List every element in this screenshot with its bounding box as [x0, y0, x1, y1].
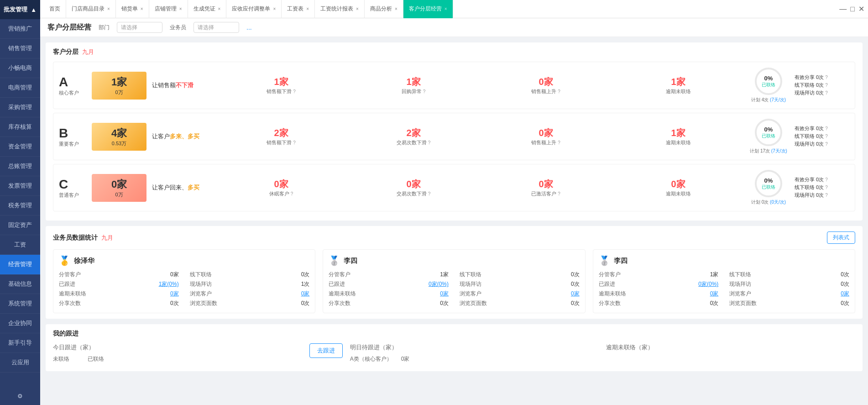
- extra-q-icon[interactable]: ?: [825, 193, 828, 198]
- question-icon[interactable]: ?: [293, 140, 296, 145]
- window-minimize-icon[interactable]: —: [839, 5, 847, 13]
- today-followup-label: 今日跟进（家）: [53, 343, 302, 352]
- sidebar-item-税务管理[interactable]: 税务管理: [0, 196, 40, 216]
- salesman-stat-left-2-2: 逾期未联络0家: [599, 290, 719, 298]
- sidebar-item-销售管理[interactable]: 销售管理: [0, 39, 40, 58]
- stat-num-B-3: 1家: [614, 127, 743, 139]
- followup-btn[interactable]: 去跟进: [309, 343, 343, 358]
- tab-商品分析[interactable]: 商品分析×: [365, 0, 403, 18]
- question-icon[interactable]: ?: [423, 89, 426, 94]
- salesman-stat-val-right-0-2[interactable]: 0家: [301, 290, 310, 298]
- salesman-stat-val-left-0-2[interactable]: 0家: [170, 290, 179, 298]
- extra-q-icon[interactable]: ?: [825, 90, 828, 95]
- salesman-stat-val-left-0-1[interactable]: 1家(0%): [159, 280, 179, 288]
- sidebar-item-资金管理[interactable]: 资金管理: [0, 137, 40, 157]
- contact-plan-C: 计划 0次 (0天/次): [748, 199, 789, 205]
- tab-工资统计报表[interactable]: 工资统计报表×: [315, 0, 365, 18]
- tier-slogan-A: 让销售额不下滑: [152, 81, 211, 89]
- dept-select[interactable]: 请选择: [117, 22, 162, 33]
- question-icon[interactable]: ?: [558, 89, 560, 94]
- question-icon[interactable]: ?: [558, 140, 560, 145]
- contact-days-B[interactable]: (7天/次): [771, 148, 787, 153]
- salesman-stat-val-left-1-1[interactable]: 0家(0%): [429, 280, 449, 288]
- tab-销货单[interactable]: 销货单×: [116, 0, 149, 18]
- salesman-stat-val-right-1-2[interactable]: 0家: [571, 290, 580, 298]
- tab-close-生成凭证[interactable]: ×: [218, 6, 221, 11]
- question-icon[interactable]: ?: [293, 89, 296, 94]
- salesman-stats-grid-1: 分管客户1家线下联络0次已跟进0家(0%)现场拜访0次逾期未联络0家浏览客户0家…: [329, 271, 579, 307]
- salesman-stat-right-1-2: 浏览客户0家: [460, 290, 580, 298]
- tab-close-工资表[interactable]: ×: [306, 6, 309, 11]
- tab-close-客户分层经营[interactable]: ×: [444, 6, 447, 11]
- salesman-stat-val-left-1-2[interactable]: 0家: [440, 290, 449, 298]
- tier-letter-C: C: [59, 177, 86, 192]
- extra-q-icon[interactable]: ?: [825, 75, 828, 80]
- tier-count-C: 0家0万: [92, 174, 146, 202]
- sidebar-item-固定资产[interactable]: 固定资产: [0, 216, 40, 235]
- stat-num-B-0: 2家: [217, 127, 345, 139]
- salesman-stat-left-2-0: 分管客户1家: [599, 271, 719, 279]
- sidebar-item-小畅电商[interactable]: 小畅电商: [0, 58, 40, 78]
- sidebar-settings[interactable]: ⚙: [0, 387, 40, 405]
- question-icon[interactable]: ?: [291, 191, 293, 196]
- extra-q-icon[interactable]: ?: [825, 177, 828, 182]
- sidebar-item-新手引导[interactable]: 新手引导: [0, 333, 40, 353]
- sidebar-item-经营管理[interactable]: 经营管理: [0, 255, 40, 274]
- window-maximize-icon[interactable]: □: [850, 5, 855, 13]
- question-icon[interactable]: ?: [428, 191, 431, 196]
- stat-label-B-0: 销售额下滑 ?: [217, 139, 345, 146]
- sidebar-item-总账管理[interactable]: 总账管理: [0, 157, 40, 176]
- tab-应收应付调整单[interactable]: 应收应付调整单×: [226, 0, 282, 18]
- salesman-stat-right-2-3: 浏览页面数0次: [729, 300, 849, 307]
- sidebar-item-企业协同[interactable]: 企业协同: [0, 314, 40, 333]
- tier-label-A: A核心客户: [59, 75, 86, 96]
- salesman-stat-val-right-2-2[interactable]: 0家: [841, 290, 849, 298]
- extra-q-icon[interactable]: ?: [825, 142, 828, 147]
- main-area: 首页门店商品目录×销货单×店铺管理×生成凭证×应收应付调整单×工资表×工资统计报…: [40, 0, 868, 405]
- sidebar-item-营销推广[interactable]: 营销推广: [0, 19, 40, 39]
- salesman-stat-right-0-0: 线下联络0次: [190, 271, 310, 279]
- question-icon[interactable]: ?: [428, 140, 431, 145]
- tab-close-应收应付调整单[interactable]: ×: [273, 6, 276, 11]
- tier-stat-C-0: 0家休眠客户 ?: [217, 178, 345, 197]
- contact-days-C[interactable]: (0天/次): [770, 200, 786, 205]
- tab-close-工资统计报表[interactable]: ×: [356, 6, 359, 11]
- extra-q-icon[interactable]: ?: [825, 134, 828, 139]
- salesman-stat-val-left-2-2[interactable]: 0家: [710, 290, 719, 298]
- sidebar-item-系统管理[interactable]: 系统管理: [0, 294, 40, 314]
- sidebar-item-云应用[interactable]: 云应用: [0, 353, 40, 373]
- extra-q-icon[interactable]: ?: [825, 126, 828, 131]
- contact-days-A[interactable]: (7天/次): [770, 97, 786, 102]
- tier-count-num-C: 0家: [95, 178, 143, 191]
- tab-生成凭证[interactable]: 生成凭证×: [188, 0, 227, 18]
- tab-门店商品目录[interactable]: 门店商品目录×: [66, 0, 116, 18]
- sidebar-header[interactable]: 批发管理 ▲: [0, 0, 40, 19]
- list-view-btn[interactable]: 列表式: [827, 231, 855, 244]
- salesman-stat-val-left-2-1[interactable]: 0家(0%): [698, 280, 718, 288]
- sidebar-item-工资[interactable]: 工资: [0, 235, 40, 255]
- sidebar-collapse-icon[interactable]: ▲: [31, 6, 37, 13]
- more-filter-btn[interactable]: ...: [246, 24, 252, 31]
- page-title: 客户分层经营: [47, 23, 91, 32]
- staff-select[interactable]: 请选择: [193, 22, 239, 33]
- sidebar-item-电商管理[interactable]: 电商管理: [0, 78, 40, 98]
- tab-close-商品分析[interactable]: ×: [395, 6, 397, 11]
- tier-stats-C: 0家休眠客户 ?0家交易次数下滑 ?0家已激活客户 ?0家逾期未联络: [217, 178, 743, 197]
- sidebar-item-采购管理[interactable]: 采购管理: [0, 98, 40, 117]
- tab-close-销货单[interactable]: ×: [141, 6, 143, 11]
- sidebar-item-基础信息[interactable]: 基础信息: [0, 274, 40, 294]
- tab-店铺管理[interactable]: 店铺管理×: [149, 0, 188, 18]
- sidebar-item-库存核算[interactable]: 库存核算: [0, 117, 40, 137]
- extra-q-icon[interactable]: ?: [825, 185, 828, 190]
- tab-工资表[interactable]: 工资表×: [282, 0, 315, 18]
- tab-close-门店商品目录[interactable]: ×: [107, 6, 110, 11]
- extra-q-icon[interactable]: ?: [825, 83, 828, 88]
- sidebar-item-发票管理[interactable]: 发票管理: [0, 176, 40, 196]
- tab-客户分层经营[interactable]: 客户分层经营×: [403, 0, 453, 18]
- tab-close-店铺管理[interactable]: ×: [179, 6, 182, 11]
- tab-首页[interactable]: 首页: [44, 0, 66, 18]
- tomorrow-followup-block: 明日待跟进（家） A类（核心客户）0家: [350, 343, 599, 363]
- window-close-icon[interactable]: ✕: [858, 5, 864, 13]
- question-icon[interactable]: ?: [558, 191, 560, 196]
- stat-num-C-2: 0家: [481, 178, 610, 190]
